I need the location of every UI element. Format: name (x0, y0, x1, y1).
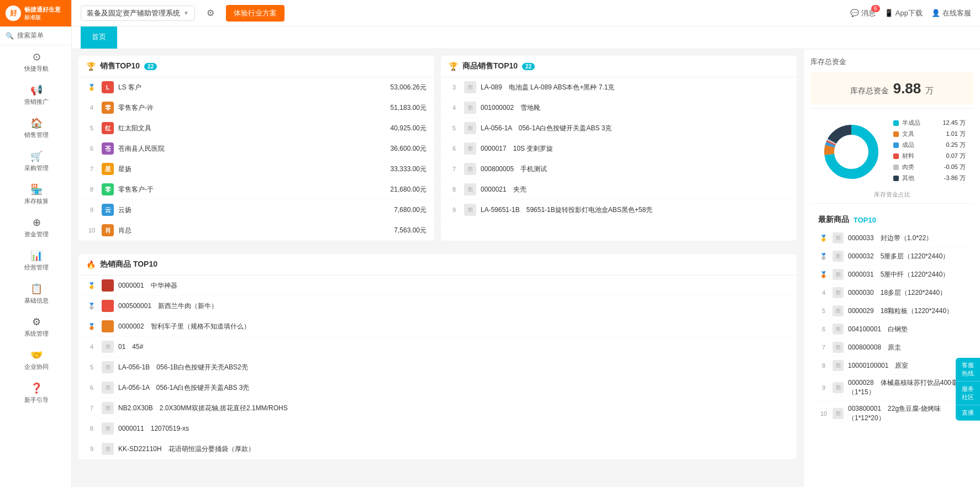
avatar: 零 (102, 183, 114, 195)
legend-dot (893, 142, 899, 148)
list-item[interactable]: 🥇 0000001 中华神器 (78, 276, 797, 296)
live-broadcast-button[interactable]: 直播 (956, 405, 980, 421)
product-image (102, 320, 114, 332)
product-image: 图 (464, 183, 476, 195)
system-selector[interactable]: 装备及固定资产辅助管理系统 ▼ (81, 6, 195, 21)
online-service-button[interactable]: 👤 在线客服 (931, 8, 971, 18)
service-icon: 👤 (931, 9, 940, 17)
sidebar-item-stock[interactable]: 🏪 库存核算 (0, 178, 71, 211)
settings-button[interactable]: ⚙ (202, 4, 219, 22)
legend-item: 其他 -3.86 万 (893, 174, 966, 182)
hot-products-header: 🔥 热销商品 TOP10 (78, 254, 797, 276)
operation-icon: 📊 (30, 250, 43, 262)
rank-number: 9 (86, 446, 97, 452)
sidebar-item-operation[interactable]: 📊 经营管理 (0, 244, 71, 277)
list-item[interactable]: 8 图 0000021 夹壳 (441, 179, 797, 200)
stock-header: 库存总资金 库存总资金 9.88 万 (810, 49, 973, 109)
product-image: 图 (833, 305, 844, 316)
list-item[interactable]: 5 图 LA-056-1B 056-1B白色按键开关壳ABS2壳 (78, 357, 797, 378)
sidebar-item-home[interactable]: ⊙ 快捷导航 (0, 45, 71, 78)
rp-item[interactable]: 10 图 003800001 22g鱼豆腐-烧烤味（1*12*20） (810, 401, 973, 427)
service-community-button[interactable]: 服务社区 (956, 382, 980, 405)
trial-button[interactable]: 体验行业方案 (226, 5, 284, 22)
tab-home[interactable]: 首页 (81, 27, 117, 49)
sidebar-item-system[interactable]: ⚙ 系统管理 (0, 310, 71, 343)
search-menu[interactable]: 🔍 搜索菜单 (0, 27, 71, 45)
list-item[interactable]: 9 云 云扬 7,680.00元 (78, 200, 434, 220)
list-item[interactable]: 5 红 红太阳文具 40,925.00元 (78, 118, 434, 139)
avatar: 红 (102, 122, 114, 134)
legend-item: 材料 0.07 万 (893, 152, 966, 160)
customer-service-button[interactable]: 客服热线 (956, 358, 980, 382)
message-button[interactable]: 💬 消息 6 (850, 8, 876, 18)
list-item[interactable]: 7 星 星扬 33,333.00元 (78, 159, 434, 179)
message-badge: 6 (871, 5, 880, 12)
system-name: 装备及固定资产辅助管理系统 (87, 8, 180, 18)
list-item[interactable]: 6 苍 苍南县人民医院 36,600.00元 (78, 139, 434, 159)
sidebar-item-cooperation[interactable]: 🤝 企业协同 (0, 343, 71, 377)
sidebar-item-marketing[interactable]: 📢 营销推广 (0, 78, 71, 112)
sidebar: 好 畅捷通好生意 标准版 🔍 搜索菜单 ⊙ 快捷导航 📢 营销推广 🏠 销售管理… (0, 0, 72, 487)
basic-icon: 📋 (30, 283, 43, 295)
list-item[interactable]: 4 零 零售客户-许 51,183.00元 (78, 98, 434, 118)
legend-dot (893, 176, 899, 181)
list-item[interactable]: 10 肖 肖总 7,563.00元 (78, 220, 434, 241)
rp-item[interactable]: 🥈 图 0000032 5厘多层（1220*2440） (810, 247, 973, 266)
donut-chart (818, 119, 884, 185)
list-item[interactable]: 🥉 0000002 智利车子里（规格不知道填什么） (78, 316, 797, 337)
marketing-icon: 📢 (30, 84, 43, 96)
top-products-title: 商品销售TOP10 (462, 61, 518, 71)
rank-number: 6 (86, 145, 97, 152)
list-item[interactable]: 6 图 0000017 10S 变刺罗旋 (441, 139, 797, 159)
product-image: 图 (833, 251, 844, 262)
rank-number: 9 (818, 384, 829, 391)
list-item[interactable]: 4 图 001000002 雪地靴 (441, 98, 797, 118)
stock-ratio-label: 库存资金占比 (810, 190, 973, 203)
list-item[interactable]: 7 图 NB2.0X30B 2.0X30MM双搓花轴,搓花直径2.1MM/ROH… (78, 398, 797, 419)
rp-item[interactable]: 🥇 图 0000033 封边带（1.0*22） (810, 229, 973, 247)
app-download-button[interactable]: 📱 App下载 (884, 8, 923, 18)
rp-item[interactable]: 🥉 图 0000031 5厘中纤（1220*2440） (810, 266, 973, 284)
sidebar-item-guide[interactable]: ❓ 新手引导 (0, 377, 71, 410)
rp-item[interactable]: 6 图 004100001 白钢垫 (810, 320, 973, 338)
list-item[interactable]: 🥇 L LS 客户 53,006.26元 (78, 77, 434, 98)
avatar: 星 (102, 163, 114, 175)
legend-dot (893, 165, 899, 170)
product-image: 图 (833, 408, 844, 419)
float-buttons: 客服热线 服务社区 直播 (956, 358, 980, 421)
sidebar-item-basic[interactable]: 📋 基础信息 (0, 277, 71, 310)
list-item[interactable]: 8 图 0000011 12070519-xs (78, 419, 797, 439)
list-item[interactable]: 6 图 LA-056-1A 056-1A白色按键开关盖ABS 3壳 (78, 378, 797, 398)
legend-dot (893, 131, 899, 137)
product-image: 图 (464, 204, 476, 216)
rp-item[interactable]: 7 图 000800008 原圭 (810, 338, 973, 357)
rank-number: 6 (449, 145, 460, 152)
list-item[interactable]: 9 图 LA-59651-1B 59651-1B旋转投影灯电池盒ABS黑色+58… (441, 200, 797, 220)
rank-number: 7 (86, 405, 97, 411)
legend-item: 肉类 -0.05 万 (893, 163, 966, 171)
trophy-icon: 🏆 (449, 62, 458, 71)
rp-item[interactable]: 8 图 10000100001 原室 (810, 357, 973, 375)
list-item[interactable]: 9 图 KK-SD22110H 花语萌恒温分婴捅袋（厚款） (78, 439, 797, 459)
list-item[interactable]: 3 图 LA-089 电池盖 LA-089 ABS本色+黑种 7.1克 (441, 77, 797, 98)
content-area: 🏆 销售TOP10 22 🥇 L LS 客户 53,006.26元 4 (72, 49, 980, 487)
sales-icon: 🏠 (30, 117, 43, 129)
list-item[interactable]: 5 图 LA-056-1A 056-1A白色按键开关盖ABS 3克 (441, 118, 797, 139)
stock-total-card: 库存总资金 9.88 万 (810, 72, 973, 105)
list-item[interactable]: 8 零 零售客户-于 21,680.00元 (78, 179, 434, 200)
product-image: 图 (102, 382, 114, 394)
sidebar-item-purchase[interactable]: 🛒 采购管理 (0, 145, 71, 178)
list-item[interactable]: 🥈 000500001 新西兰牛肉（新牛） (78, 296, 797, 316)
list-item[interactable]: 4 图 01 45# (78, 337, 797, 357)
rank-number: 8 (818, 362, 829, 369)
sidebar-item-sales[interactable]: 🏠 销售管理 (0, 112, 71, 145)
top-sales-list: 🥇 L LS 客户 53,006.26元 4 零 零售客户-许 51,183.0… (78, 77, 434, 241)
list-item[interactable]: 7 图 000800005 手机测试 (441, 159, 797, 179)
rp-item[interactable]: 9 图 0000028 体械嘉核味苏打饮品400毫升（1*15） (810, 375, 973, 401)
rp-item[interactable]: 4 图 0000030 18多层（1220*2440） (810, 284, 973, 302)
rp-item[interactable]: 5 图 0000029 18颗粒板（1220*2440） (810, 302, 973, 320)
sidebar-item-finance[interactable]: ⊕ 资金管理 (0, 211, 71, 244)
sidebar-nav: ⊙ 快捷导航 📢 营销推广 🏠 销售管理 🛒 采购管理 🏪 库存核算 ⊕ 资金管… (0, 45, 71, 487)
right-panel: 库存总资金 库存总资金 9.88 万 (803, 49, 980, 487)
rank-medal-icon: 🥇 (818, 235, 829, 242)
